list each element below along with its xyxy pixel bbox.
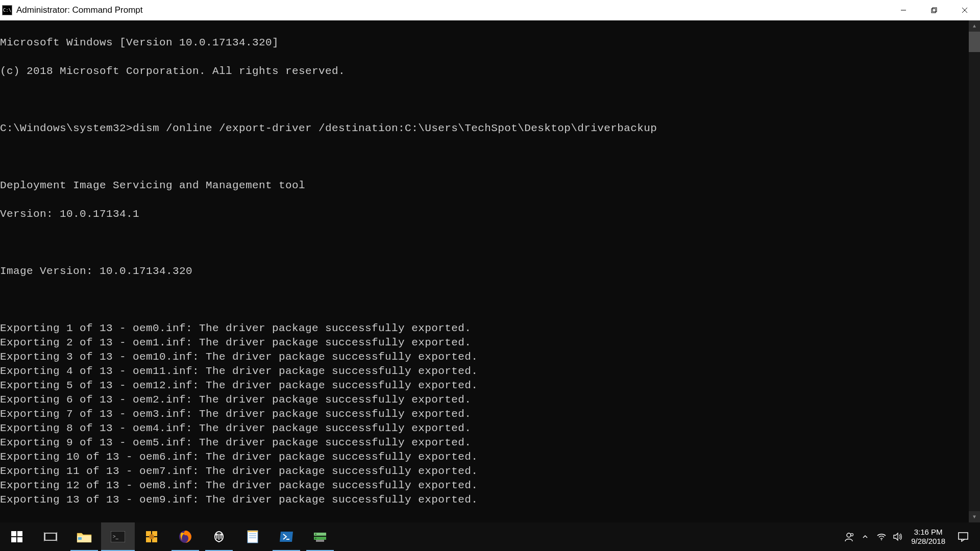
console-output[interactable]: Microsoft Windows [Version 10.0.17134.32… [0,20,980,522]
console-line: Exporting 12 of 13 - oem8.inf: The drive… [0,479,980,493]
taskbar-app-explorer[interactable] [67,522,101,551]
taskbar-app-notepad[interactable] [236,522,270,551]
window-controls [888,0,980,20]
svg-rect-23 [248,531,258,543]
taskbar-app-winbox[interactable] [303,522,337,551]
console-line: Exporting 6 of 13 - oem2.inf: The driver… [0,393,980,407]
svg-rect-7 [11,537,16,542]
svg-rect-1 [932,9,936,13]
scroll-down-icon[interactable]: ▼ [969,511,980,522]
console-line [0,236,980,250]
svg-rect-5 [11,531,16,536]
svg-rect-36 [959,533,968,539]
svg-rect-30 [315,534,316,535]
volume-icon[interactable] [890,522,906,551]
window-title: Administrator: Command Prompt [16,5,143,15]
console-line: Exporting 3 of 13 - oem10.inf: The drive… [0,350,980,364]
svg-point-19 [149,534,154,539]
console-line: Deployment Image Servicing and Managemen… [0,179,980,193]
console-line [0,150,980,164]
taskbar-app-firefox[interactable] [168,522,202,551]
svg-rect-12 [78,537,82,540]
svg-rect-27 [248,531,258,532]
svg-rect-6 [17,531,22,536]
console-line: Exporting 1 of 13 - oem0.inf: The driver… [0,321,980,336]
scroll-track[interactable] [969,32,980,511]
console-line: (c) 2018 Microsoft Corporation. All righ… [0,64,980,79]
console-line: Exporting 4 of 13 - oem11.inf: The drive… [0,364,980,379]
taskview-button[interactable] [34,522,67,551]
svg-point-22 [220,534,222,536]
console-line [0,293,980,307]
console-line: Exporting 10 of 13 - oem6.inf: The drive… [0,450,980,464]
svg-rect-2 [933,8,937,12]
console-line: C:\Windows\system32>dism /online /export… [0,121,980,136]
svg-rect-32 [316,540,324,542]
people-icon[interactable] [841,522,857,551]
svg-text:>_: >_ [113,534,119,539]
close-button[interactable] [949,0,980,20]
wifi-icon[interactable] [873,522,890,551]
console-line: Exporting 7 of 13 - oem3.inf: The driver… [0,407,980,421]
taskbar-app-gitkraken[interactable] [202,522,236,551]
scroll-up-icon[interactable]: ▲ [969,20,980,32]
svg-rect-31 [315,538,316,539]
taskbar: >_ 3:16 [0,522,980,551]
console-line: Image Version: 10.0.17134.320 [0,264,980,279]
minimize-button[interactable] [888,0,919,20]
date-text: 9/28/2018 [911,537,945,546]
cmd-icon: C:\ [2,5,12,15]
console-line: Microsoft Windows [Version 10.0.17134.32… [0,36,980,50]
notifications-icon[interactable] [950,532,976,542]
svg-point-33 [847,533,851,537]
svg-rect-8 [17,537,22,542]
svg-point-21 [216,534,218,536]
taskbar-app-cmd[interactable]: >_ [101,522,135,551]
console-line: Exporting 13 of 13 - oem9.inf: The drive… [0,493,980,507]
scrollbar[interactable]: ▲ ▼ [969,20,980,522]
console-line: Version: 10.0.17134.1 [0,207,980,221]
titlebar[interactable]: C:\ Administrator: Command Prompt [0,0,980,20]
console-line: Exporting 8 of 13 - oem4.inf: The driver… [0,421,980,436]
svg-point-35 [881,539,882,540]
console-line: Exporting 2 of 13 - oem1.inf: The driver… [0,336,980,350]
console-line: Exporting 9 of 13 - oem5.inf: The driver… [0,436,980,450]
scroll-thumb[interactable] [969,32,980,52]
svg-rect-9 [45,533,56,540]
console-line: Exporting 11 of 13 - oem7.inf: The drive… [0,464,980,479]
start-button[interactable] [0,522,34,551]
taskbar-app-powershell[interactable] [270,522,303,551]
console-line [0,93,980,107]
taskbar-app-yellow[interactable] [135,522,168,551]
time-text: 3:16 PM [911,528,945,537]
console-line: Exporting 5 of 13 - oem12.inf: The drive… [0,379,980,393]
maximize-button[interactable] [919,0,949,20]
clock[interactable]: 3:16 PM 9/28/2018 [906,528,950,546]
chevron-up-icon[interactable] [857,522,873,551]
